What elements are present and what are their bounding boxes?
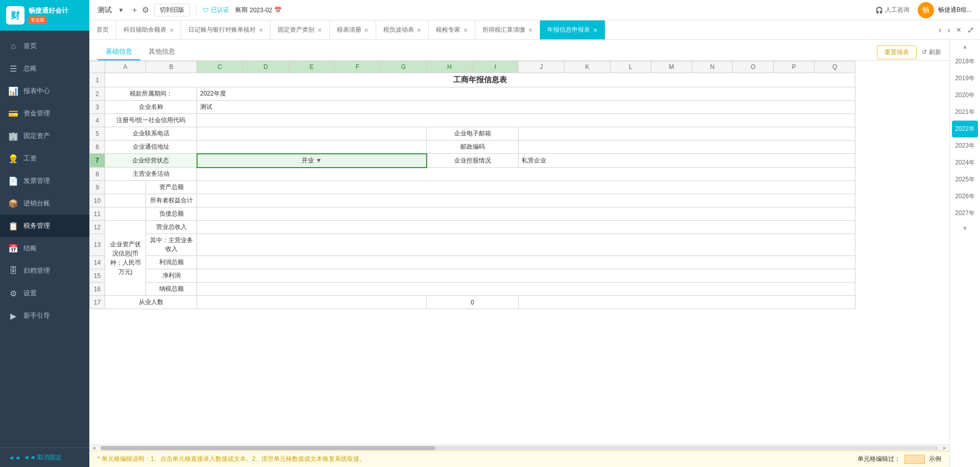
year-item-2022[interactable]: 2022年	[952, 121, 978, 137]
year-item-2018[interactable]: 2018年	[950, 53, 980, 70]
cell-holding-value[interactable]: 私营企业	[519, 154, 855, 168]
horizontal-scrollbar[interactable]: ◄ ►	[89, 445, 949, 451]
settings-icon: ⚙	[8, 288, 18, 298]
year-panel-up-button[interactable]: ▲	[950, 40, 980, 53]
old-version-button[interactable]: 切到旧版	[154, 4, 190, 16]
cell-biz-status-value[interactable]: 开业 ▼	[197, 154, 427, 168]
col-header-o[interactable]: O	[733, 61, 774, 73]
cell-address-value[interactable]	[197, 141, 427, 154]
col-header-m[interactable]: M	[651, 61, 692, 73]
tab-close-icon[interactable]: ×	[169, 27, 174, 34]
year-item-2020[interactable]: 2020年	[950, 87, 980, 104]
col-header-k[interactable]: K	[565, 61, 610, 73]
tab-yearreport[interactable]: 年报信息申报表 ×	[540, 20, 605, 39]
col-header-b[interactable]: B	[146, 61, 197, 73]
cell-email-value[interactable]	[519, 127, 855, 141]
tab-aux[interactable]: 科目辅助余额表 ×	[116, 20, 181, 39]
sidebar-item-home[interactable]: ⌂ 首页	[0, 35, 89, 57]
cell-equity-value[interactable]	[197, 194, 855, 207]
cell-title[interactable]: 工商年报信息表	[105, 73, 855, 87]
year-item-2021[interactable]: 2021年	[950, 104, 980, 121]
sidebar-item-close[interactable]: 📅 结账	[0, 237, 89, 260]
tab-home[interactable]: 首页	[89, 20, 116, 39]
reset-button[interactable]: 重置报表	[877, 45, 917, 59]
col-header-l[interactable]: L	[610, 61, 651, 73]
cell-debt-value[interactable]	[197, 207, 855, 221]
year-item-2019[interactable]: 2019年	[950, 70, 980, 87]
col-header-q[interactable]: Q	[815, 61, 855, 73]
tab-close-icon[interactable]: ×	[593, 27, 597, 34]
col-header-g[interactable]: G	[381, 61, 427, 73]
sidebar-item-archive[interactable]: 🗄 归档管理	[0, 260, 89, 282]
sub-tab-other[interactable]: 其他信息	[140, 44, 183, 60]
cell-company-name-value[interactable]: 测试	[197, 101, 855, 114]
sidebar-item-reports[interactable]: 📊 报表中心	[0, 80, 89, 102]
tab-journal[interactable]: 日记账与银行对账单核对 ×	[181, 20, 271, 39]
tab-close-icon[interactable]: ×	[463, 27, 468, 34]
tab-close-icon[interactable]: ×	[317, 27, 322, 34]
sidebar-item-tax[interactable]: 📋 税务管理	[0, 215, 89, 237]
add-icon[interactable]: +	[132, 6, 137, 15]
cell-phone-value[interactable]	[197, 127, 427, 141]
tab-close-icon[interactable]: ×	[259, 27, 263, 34]
cell-total-assets-value[interactable]	[197, 181, 855, 194]
tab-close-icon[interactable]: ×	[417, 27, 421, 34]
col-header-i[interactable]: I	[473, 61, 519, 73]
cell-tax-period-value[interactable]: 2022年度	[197, 87, 855, 101]
col-header-a[interactable]: A	[105, 61, 146, 73]
cell-employees-value-left[interactable]	[197, 296, 427, 309]
cell-employees-value-mid[interactable]: 0	[427, 296, 519, 309]
col-header-n[interactable]: N	[692, 61, 733, 73]
tab-next-button[interactable]: ›	[945, 25, 952, 36]
year-item-2025[interactable]: 2025年	[950, 171, 980, 188]
year-panel-down-button[interactable]: ▼	[950, 222, 980, 235]
cell-net-profit-value[interactable]	[197, 269, 855, 283]
cell-main-revenue-value[interactable]	[197, 234, 855, 256]
cell-main-biz-value[interactable]	[197, 168, 855, 181]
sidebar-item-ledger[interactable]: ☰ 总账	[0, 57, 89, 80]
tab-fixedasset[interactable]: 固定资产类别 ×	[271, 20, 329, 39]
cell-reg-value[interactable]	[197, 114, 855, 127]
cell-total-tax-value[interactable]	[197, 283, 855, 296]
sub-tab-basic[interactable]: 基础信息	[97, 44, 140, 60]
cell-dropdown[interactable]: 开业 ▼	[201, 156, 423, 165]
tab-taxform[interactable]: 税表清册 ×	[330, 20, 376, 39]
col-header-f[interactable]: F	[335, 61, 381, 73]
tab-incometax[interactable]: 所得税汇算清缴 ×	[475, 20, 540, 39]
col-header-h[interactable]: H	[427, 61, 473, 73]
year-item-2024[interactable]: 2024年	[950, 154, 980, 171]
tab-close-icon[interactable]: ×	[364, 27, 369, 34]
sidebar-item-wages[interactable]: 👷 工资	[0, 147, 89, 170]
sidebar-item-funds[interactable]: 💳 资金管理	[0, 102, 89, 125]
cell-profit-value[interactable]	[197, 256, 855, 269]
col-header-p[interactable]: P	[774, 61, 815, 73]
cell-postcode-value[interactable]	[519, 141, 855, 154]
sidebar-item-guide[interactable]: ▶ 新手引导	[0, 305, 89, 327]
tab-close-all-button[interactable]: ×	[954, 25, 963, 36]
spreadsheet-wrapper[interactable]: A B C D E F G H I J K L	[89, 61, 949, 445]
cell-employees-value-right[interactable]	[519, 296, 855, 309]
sidebar-pin-button[interactable]: ◄◄ ◄◄ 取消固定	[8, 453, 81, 462]
sidebar-item-settings[interactable]: ⚙ 设置	[0, 282, 89, 305]
col-header-d[interactable]: D	[243, 61, 289, 73]
sidebar-item-assets[interactable]: 🏢 固定资产	[0, 125, 89, 147]
tab-close-icon[interactable]: ×	[528, 27, 532, 34]
tab-taxcheck[interactable]: 税检专家 ×	[429, 20, 475, 39]
col-header-c[interactable]: C	[197, 61, 243, 73]
tab-expand-button[interactable]: ⤢	[965, 24, 976, 36]
topbar-dropdown[interactable]: ▼	[118, 7, 124, 14]
sidebar-item-invoice[interactable]: 📄 发票管理	[0, 170, 89, 192]
tab-prev-button[interactable]: ‹	[937, 25, 943, 36]
year-item-2027[interactable]: 2027年	[950, 205, 980, 222]
col-header-j[interactable]: J	[519, 61, 565, 73]
refresh-button[interactable]: ↺ 刷新	[922, 48, 941, 57]
tab-taxwave[interactable]: 税负波动表 ×	[376, 20, 429, 39]
sidebar-item-purchase[interactable]: 📦 进销台账	[0, 192, 89, 215]
col-header-e[interactable]: E	[289, 61, 335, 73]
year-item-2026[interactable]: 2026年	[950, 188, 980, 205]
calendar-icon[interactable]: 📅	[274, 7, 282, 14]
settings-icon[interactable]: ⚙	[142, 5, 149, 15]
topbar-service[interactable]: 🎧 人工咨询	[875, 6, 910, 14]
year-item-2023[interactable]: 2023年	[950, 137, 980, 154]
cell-revenue-value[interactable]	[197, 221, 855, 234]
